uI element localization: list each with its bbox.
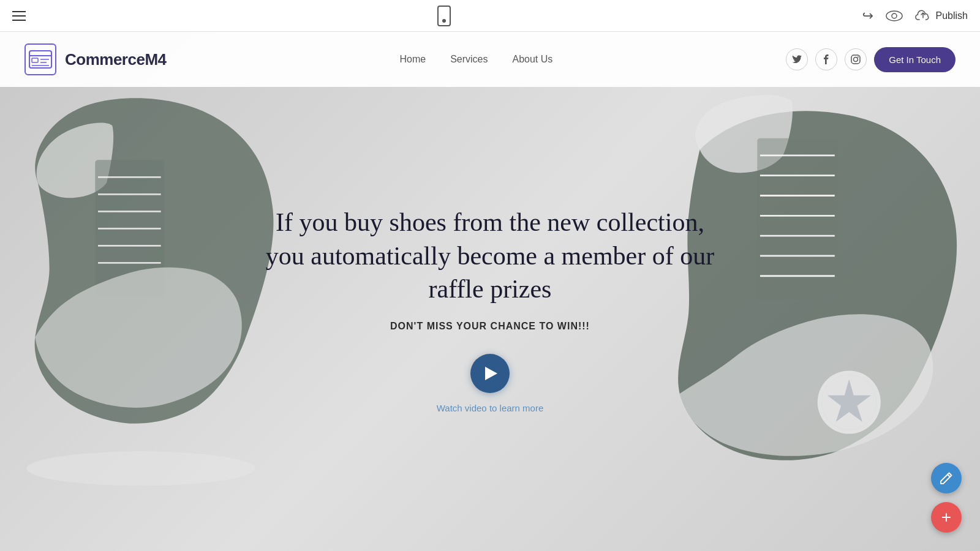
website-preview: If you buy shoes from the new collection… <box>0 32 980 551</box>
logo-svg <box>28 47 53 72</box>
publish-button[interactable]: Publish <box>915 9 968 23</box>
pencil-icon <box>940 471 953 485</box>
svg-rect-23 <box>32 58 38 62</box>
plus-icon: + <box>941 508 951 527</box>
logo-area: CommerceM4 <box>24 43 167 75</box>
hero-title: If you buy shoes from the new collection… <box>257 206 723 306</box>
hero-section: If you buy shoes from the new collection… <box>0 32 980 551</box>
svg-point-28 <box>854 58 858 62</box>
nav-link-home[interactable]: Home <box>399 54 426 65</box>
play-triangle-icon <box>485 367 497 380</box>
nav-links: Home Services About Us <box>399 54 552 65</box>
logo-icon <box>24 43 56 75</box>
cloud-upload-icon <box>915 9 931 23</box>
toolbar-left <box>12 11 26 21</box>
nav-right: Get In Touch <box>786 47 956 72</box>
svg-rect-27 <box>851 55 860 64</box>
svg-line-30 <box>948 474 950 477</box>
svg-rect-10 <box>757 138 837 299</box>
watch-video-link[interactable]: Watch video to learn more <box>437 403 544 413</box>
navigation-bar: CommerceM4 Home Services About Us <box>0 32 980 87</box>
svg-point-0 <box>886 11 902 21</box>
publish-label: Publish <box>936 10 968 21</box>
mobile-preview-icon[interactable] <box>433 5 455 27</box>
svg-point-1 <box>892 13 897 18</box>
undo-icon[interactable]: ↩ <box>862 8 873 24</box>
hero-content: If you buy shoes from the new collection… <box>245 193 735 426</box>
preview-icon[interactable] <box>886 10 903 21</box>
nav-link-services[interactable]: Services <box>450 54 488 65</box>
svg-point-29 <box>858 56 859 58</box>
play-video-button[interactable] <box>470 354 510 393</box>
hero-subtitle: DON'T MISS YOUR CHANCE TO WIN!!! <box>257 321 723 332</box>
hamburger-menu-icon[interactable] <box>12 11 26 21</box>
fab-edit-button[interactable] <box>931 463 962 493</box>
svg-point-2 <box>26 451 255 485</box>
twitter-social-button[interactable] <box>786 48 808 70</box>
fab-container: + <box>931 463 962 533</box>
fab-add-button[interactable]: + <box>931 502 962 533</box>
brand-name: CommerceM4 <box>65 50 167 69</box>
toolbar-center <box>433 5 455 27</box>
nav-link-about[interactable]: About Us <box>512 54 552 65</box>
toolbar: ↩ Publish <box>0 0 980 32</box>
facebook-social-button[interactable] <box>815 48 837 70</box>
get-in-touch-button[interactable]: Get In Touch <box>874 47 956 72</box>
instagram-social-button[interactable] <box>845 48 867 70</box>
toolbar-right: ↩ Publish <box>862 8 968 24</box>
